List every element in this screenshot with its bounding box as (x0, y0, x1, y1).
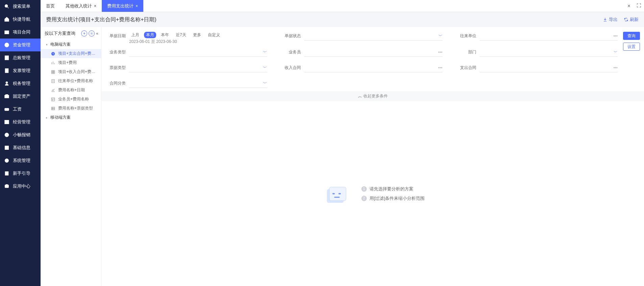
svg-rect-6 (5, 95, 9, 98)
query-button[interactable]: 查询 (623, 32, 640, 40)
sidebar-item-4[interactable]: 总账管理 (0, 51, 41, 64)
date-opt[interactable]: 自定义 (206, 32, 222, 38)
sidebar-item-0[interactable]: 搜索菜单 (0, 0, 41, 13)
tax-icon (4, 81, 9, 86)
sidebar-item-6[interactable]: 税务管理 (0, 77, 41, 90)
sidebar-item-11[interactable]: 基础信息 (0, 141, 41, 154)
home-icon (4, 17, 9, 22)
sidebar-item-13[interactable]: 新手引导 (0, 167, 41, 180)
sidebar-item-9[interactable]: 经营管理 (0, 116, 41, 128)
tree-group-1[interactable]: 移动端方案 (41, 113, 101, 122)
sidebar-item-label: 发票管理 (13, 68, 30, 74)
sidebar-item-2[interactable]: 项目合同 (0, 26, 41, 39)
dept-label: 部门 (456, 48, 480, 55)
svg-rect-9 (5, 120, 9, 124)
leaf-label: 业务员+费用名称 (58, 96, 89, 102)
sidebar-item-8[interactable]: 工资 (0, 103, 41, 116)
tree-leaf-0-1[interactable]: 项目+费用 (41, 58, 101, 67)
more-icon: ••• (438, 66, 443, 70)
group-label: 移动端方案 (50, 115, 71, 120)
income-input[interactable]: ••• (304, 64, 442, 72)
asset-icon (4, 94, 9, 99)
biztype-input[interactable]: ﹀ (129, 48, 267, 57)
sidebar-item-label: 应用中心 (13, 183, 30, 189)
unit-input[interactable]: ••• (480, 32, 618, 41)
close-icon[interactable]: × (136, 4, 138, 8)
tree-leaf-0-5[interactable]: 业务员+费用名称 (41, 95, 101, 104)
tickettype-row: 票据类型﹀ (105, 64, 267, 76)
date-opt[interactable]: 近7天 (174, 32, 188, 38)
svg-rect-20 (51, 72, 53, 73)
status-input[interactable]: ﹀ (304, 32, 442, 41)
tree-group-0[interactable]: 电脑端方案 (41, 40, 101, 49)
sidebar-item-label: 新手引导 (13, 170, 30, 176)
tree-leaf-0-6[interactable]: 费用名称+票据类型 (41, 104, 101, 113)
date-opt[interactable]: 上月 (129, 32, 141, 38)
date-opt[interactable]: 更多 (191, 32, 203, 38)
sidebar-item-12[interactable]: 系统管理 (0, 154, 41, 167)
tabs: 首页其他收入统计×费用支出统计×× (41, 0, 644, 12)
svg-rect-28 (338, 193, 341, 194)
expense-input[interactable]: ••• (480, 64, 618, 72)
settings-button[interactable]: 设置 (623, 43, 640, 51)
more-icon: ••• (613, 66, 618, 70)
date-opt[interactable]: 本年 (159, 32, 171, 38)
add-scheme-button[interactable]: + (81, 30, 87, 37)
svg-rect-27 (332, 193, 335, 194)
chevron-down-icon: ﹀ (263, 65, 267, 71)
contract-cat-input[interactable]: ﹀ (129, 79, 267, 88)
sidebar-item-1[interactable]: 快捷导航 (0, 13, 41, 26)
expense-row: 支出合同••• (456, 64, 618, 76)
close-icon[interactable]: × (94, 4, 96, 8)
svg-rect-15 (5, 185, 9, 188)
sidebar-item-10[interactable]: C小畅报销 (0, 128, 41, 141)
tickettype-input[interactable]: ﹀ (129, 64, 267, 72)
date-row: 单据日期上月本月本年近7天更多自定义2023-06-01 至 2023-06-3… (105, 32, 267, 45)
refresh-button[interactable]: 刷新 (624, 17, 639, 23)
tab-0[interactable]: 首页 (41, 0, 60, 12)
sidebar-item-label: 快捷导航 (13, 16, 30, 22)
close-all-tabs[interactable]: × (624, 3, 634, 9)
svg-point-13 (5, 159, 9, 163)
svg-rect-19 (53, 70, 55, 72)
money-icon (4, 42, 9, 48)
fullscreen-button[interactable] (634, 3, 644, 9)
income-row: 收入合同••• (281, 64, 442, 76)
doc-icon (51, 79, 55, 84)
date-opt[interactable]: 本月 (144, 32, 156, 38)
step-number: 2 (361, 196, 367, 201)
dept-input[interactable]: ﹀ (480, 48, 618, 57)
svg-point-8 (6, 109, 7, 110)
more-icon: ••• (613, 34, 618, 39)
invoice-icon (4, 68, 9, 73)
sidebar-item-5[interactable]: 发票管理 (0, 64, 41, 77)
scheme-tree: 电脑端方案项目+支出合同+费用...项目+费用项目+收入合同+费用...往来单位… (41, 40, 101, 286)
tree-leaf-0-0[interactable]: 项目+支出合同+费用... (41, 49, 101, 58)
leaf-label: 费用名称+日期 (58, 87, 85, 93)
sidebar-item-14[interactable]: 应用中心 (0, 180, 41, 193)
svg-rect-21 (53, 72, 55, 73)
contract-cat-row: 合同分类﹀ (105, 79, 267, 91)
collapse-filters-button[interactable]: ︽ 收起更多条件 (101, 91, 644, 101)
dept-row: 部门﹀ (456, 48, 618, 60)
tab-1[interactable]: 其他收入统计× (60, 0, 102, 12)
sidebar-item-label: 经营管理 (13, 119, 30, 125)
status-label: 单据状态 (281, 32, 304, 39)
export-button[interactable]: 导出 (603, 17, 618, 23)
biztype-row: 业务类型﹀ (105, 48, 267, 60)
ledger-icon (4, 55, 9, 61)
tree-leaf-0-3[interactable]: 往来单位+费用名称 (41, 76, 101, 86)
tab-2[interactable]: 费用支出统计× (102, 0, 143, 12)
sidebar-item-7[interactable]: 固定资产 (0, 90, 41, 103)
tree-leaf-0-4[interactable]: 费用名称+日期 (41, 86, 101, 95)
empty-state: 1 请先选择要分析的方案 2 用[过滤]条件来缩小分析范围 (101, 101, 644, 286)
salesman-input[interactable]: ••• (304, 48, 442, 57)
tree-leaf-0-2[interactable]: 项目+收入合同+费用... (41, 67, 101, 76)
sidebar-item-3[interactable]: 资金管理 (0, 39, 41, 51)
leaf-label: 项目+收入合同+费用... (58, 69, 98, 75)
svg-text:C: C (6, 134, 8, 136)
scheme-settings-button[interactable] (89, 30, 95, 37)
collapse-panel-button[interactable]: « (96, 31, 98, 36)
collapse-label: 收起更多条件 (363, 93, 388, 99)
content: 按以下方案查询 + « 电脑端方案项目+支出合同+费用...项目+费用项目+收入… (41, 27, 644, 286)
